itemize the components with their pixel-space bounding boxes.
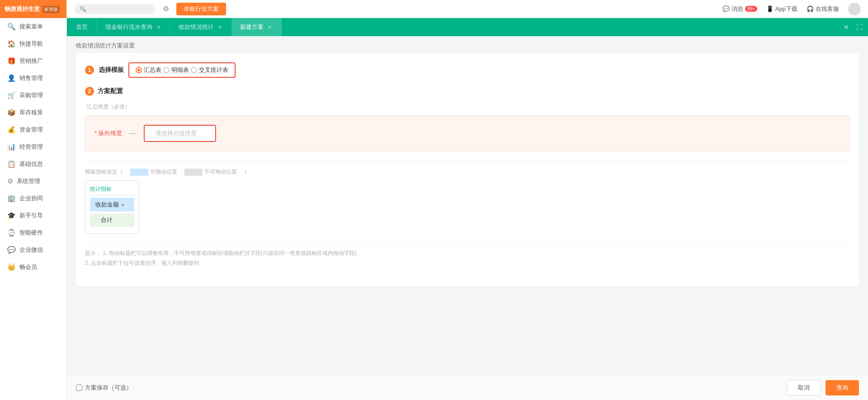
subtotal-tag: 合计	[90, 213, 134, 227]
tip-2: 2. 点击标题栏下拉可设置排序、插入列和删除列	[85, 260, 199, 266]
drop-area: * 纵向维度 — 请选择分组维度	[85, 115, 850, 151]
home-icon: 🏠	[7, 40, 16, 48]
radio-summary[interactable]: 汇总表	[136, 66, 161, 74]
logo-text: 畅捷通好生意	[5, 5, 40, 13]
radio-summary-label: 汇总表	[144, 66, 161, 74]
sidebar-item-member[interactable]: 👑 畅会员	[0, 259, 66, 276]
watch-icon: ⌚	[7, 229, 16, 237]
service-icon: 🎧	[807, 5, 814, 12]
sidebar-item-operations[interactable]: 📊 经营管理	[0, 138, 66, 155]
sidebar-item-wechat[interactable]: 💬 企业微信	[0, 241, 66, 259]
user-icon: 👤	[7, 74, 16, 82]
tab-cash-bank-close[interactable]: ✕	[155, 24, 162, 31]
chart-icon: 📊	[7, 143, 16, 151]
draggable-hint: 可拖动位置	[130, 168, 177, 176]
section1-label: 选择模板	[99, 66, 124, 74]
sidebar-item-sales[interactable]: 👤 销售管理	[0, 70, 66, 87]
sidebar-item-quick-nav[interactable]: 🏠 快捷导航	[0, 35, 66, 52]
page-content: 收款情况统计方案设置 1 选择模板 汇总表 明细表	[67, 36, 868, 375]
sidebar-item-label: 快捷导航	[19, 40, 43, 48]
dimension-title-text: 汇总维度（必选）	[87, 104, 130, 110]
box-icon: 📦	[7, 108, 16, 117]
template-options-group: 汇总表 明细表 交叉统计表	[128, 62, 236, 78]
section2-header: 2 方案配置	[85, 87, 850, 96]
tip-1: 提示： 1. 拖动标题栏可以调整布局，不可跨维度或指标区域拖动栏目字段(只能在同…	[85, 250, 357, 256]
topbar-right: 💬 消息 99+ 📱 App下载 🎧 在线客服	[722, 3, 861, 15]
tab-cash-bank-label: 现金银行流水查询	[105, 23, 152, 31]
trial-button[interactable]: 体验行业方案	[176, 3, 226, 15]
settings-icon[interactable]: ⚙	[163, 5, 169, 13]
indicators-box: 统计指标 收款金额 ▾ 合计	[85, 180, 139, 234]
tab-collection-stats[interactable]: 收款情况统计 ✕	[170, 18, 232, 36]
sidebar-item-label: 销售管理	[19, 74, 43, 82]
crown-icon: 👑	[7, 263, 16, 271]
sidebar-item-label: 采购管理	[19, 91, 43, 99]
graduate-icon: 🎓	[7, 212, 16, 220]
sidebar-item-finance[interactable]: 💰 资金管理	[0, 121, 66, 138]
service-item[interactable]: 🎧 在线客服	[807, 5, 839, 13]
tips-section: 提示： 1. 拖动标题栏可以调整布局，不可跨维度或指标区域拖动栏目字段(只能在同…	[85, 243, 850, 268]
sidebar-item-base-info[interactable]: 📋 基础信息	[0, 155, 66, 173]
section2-title: 方案配置	[98, 87, 123, 95]
drag-box-indicator	[130, 169, 148, 176]
sidebar-item-label: 系统管理	[17, 177, 40, 185]
search-box[interactable]: 🔍	[74, 4, 156, 14]
sidebar-item-marketing[interactable]: 🎁 营销推广	[0, 52, 66, 70]
tab-collection-stats-close[interactable]: ✕	[217, 24, 223, 31]
radio-cross[interactable]: 交叉统计表	[191, 66, 228, 74]
sidebar-item-smart-hw[interactable]: ⌚ 智能硬件	[0, 224, 66, 241]
collection-amount-tag[interactable]: 收款金额 ▾	[90, 198, 134, 212]
tab-home[interactable]: 首页	[67, 18, 97, 36]
sidebar-item-inventory[interactable]: 📦 库存核算	[0, 104, 66, 121]
tab-new-plan[interactable]: 新建方案 ✕	[232, 18, 282, 36]
sidebar-logo: 畅捷通好生意 标准版	[0, 0, 66, 18]
chevron-down-icon: ▾	[122, 202, 124, 208]
sidebar-item-purchase[interactable]: 🛒 采购管理	[0, 87, 66, 104]
sidebar-item-guide[interactable]: 🎓 新手引导	[0, 207, 66, 224]
service-label: 在线客服	[816, 5, 839, 13]
nav-tabs: 首页 现金银行流水查询 ✕ 收款情况统计 ✕ 新建方案 ✕ ✕ ⛶	[67, 18, 868, 36]
save-plan-checkbox-wrapper[interactable]: 方案保存（可选）	[76, 384, 132, 392]
message-icon: 💬	[722, 5, 730, 12]
radio-detail[interactable]: 明细表	[163, 66, 189, 74]
vertical-dimension-placeholder[interactable]: 请选择分组维度	[144, 125, 216, 142]
main-card: 1 选择模板 汇总表 明细表 交叉统计表	[76, 53, 859, 286]
query-button[interactable]: 查询	[826, 380, 859, 395]
radio-summary-circle	[136, 67, 142, 73]
indicators-section: 模板指标设定（ 可拖动位置 不可拖动位置 ） 统计指标	[85, 160, 850, 234]
sidebar-item-label: 基础信息	[19, 160, 43, 168]
cancel-button[interactable]: 取消	[787, 380, 821, 395]
download-label: App下载	[775, 5, 797, 13]
sidebar-item-label: 智能硬件	[19, 229, 43, 237]
gift-icon: 🎁	[7, 57, 16, 65]
money-icon: 💰	[7, 126, 16, 134]
draggable-text: 可拖动位置	[150, 168, 177, 176]
chat-icon: 💬	[7, 246, 16, 254]
radio-cross-label: 交叉统计表	[199, 66, 228, 74]
download-item[interactable]: 📱 App下载	[766, 5, 797, 13]
edition-badge: 标准版	[42, 6, 60, 13]
message-label: 消息	[731, 5, 743, 13]
main-area: 🔍 ⚙ 体验行业方案 💬 消息 99+ 📱 App下载 🎧 在线客服 首页	[67, 0, 868, 400]
sidebar-item-label: 企业协同	[19, 194, 43, 202]
maximize-icon[interactable]: ⛶	[854, 22, 864, 33]
radio-detail-label: 明细表	[171, 66, 189, 74]
message-badge: 99+	[745, 6, 757, 12]
save-plan-checkbox[interactable]	[76, 385, 82, 391]
tab-cash-bank[interactable]: 现金银行流水查询 ✕	[97, 18, 170, 36]
sidebar-item-label: 营销推广	[19, 57, 43, 65]
user-avatar[interactable]	[848, 3, 861, 15]
section2-number: 2	[85, 87, 94, 96]
sidebar: 畅捷通好生意 标准版 🔍 搜索菜单 🏠 快捷导航 🎁 营销推广 👤 销售管理 🛒…	[0, 0, 67, 400]
section1-template: 1 选择模板 汇总表 明细表 交叉统计表	[85, 62, 850, 78]
gear-icon: ⚙	[7, 177, 13, 185]
minimize-icon[interactable]: ✕	[842, 22, 851, 33]
search-icon: 🔍	[80, 6, 86, 12]
sidebar-item-enterprise[interactable]: 🏢 企业协同	[0, 190, 66, 207]
sidebar-item-search-menu[interactable]: 🔍 搜索菜单	[0, 18, 66, 35]
sidebar-item-system[interactable]: ⚙ 系统管理	[0, 173, 66, 190]
message-item[interactable]: 💬 消息 99+	[722, 5, 757, 13]
topbar: 🔍 ⚙ 体验行业方案 💬 消息 99+ 📱 App下载 🎧 在线客服	[67, 0, 868, 18]
section2-plan-config: 2 方案配置 汇总维度（必选） * 纵向维度 — 请选择分组维度	[85, 87, 850, 268]
tab-new-plan-close[interactable]: ✕	[266, 24, 273, 31]
